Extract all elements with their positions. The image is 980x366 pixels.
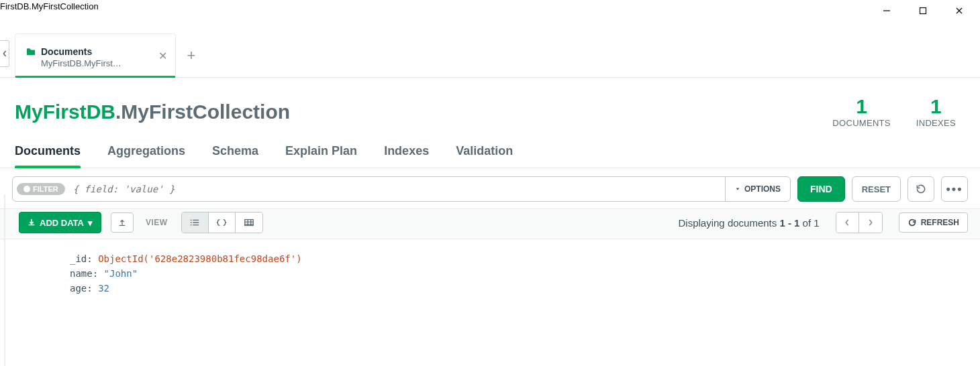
page-next-button[interactable] xyxy=(859,212,882,233)
svg-rect-0 xyxy=(920,8,926,14)
filter-input[interactable] xyxy=(65,184,725,194)
page-prev-button[interactable] xyxy=(836,212,859,233)
find-button[interactable]: FIND xyxy=(797,176,845,202)
doc-field-name: name: "John" xyxy=(70,266,953,281)
add-tab-button[interactable]: + xyxy=(176,34,207,77)
view-label: VIEW xyxy=(146,218,168,227)
options-button[interactable]: OPTIONS xyxy=(725,177,790,201)
download-icon xyxy=(28,219,36,227)
document-view: _id: ObjectId('628e2823980b81fec98dae6f'… xyxy=(0,239,980,322)
documents-stat: 1 DOCUMENTS xyxy=(832,95,890,128)
close-tab-button[interactable]: ✕ xyxy=(158,50,167,62)
folder-icon xyxy=(26,48,36,56)
tab-subtitle: MyFirstDB.MyFirst… xyxy=(26,58,134,68)
subtab-explain-plan[interactable]: Explain Plan xyxy=(285,144,357,168)
doc-field-age: age: 32 xyxy=(70,281,953,296)
reset-button[interactable]: RESET xyxy=(852,176,901,202)
subtab-schema[interactable]: Schema xyxy=(212,144,258,168)
doc-field-_id: _id: ObjectId('628e2823980b81fec98dae6f'… xyxy=(70,251,953,266)
document-count: Displaying documents 1 - 1 of 1 xyxy=(679,217,820,229)
add-data-button[interactable]: ADD DATA ▾ xyxy=(19,212,101,233)
collection-title: MyFirstDB.MyFirstCollection xyxy=(15,101,290,123)
view-json-button[interactable] xyxy=(209,212,236,233)
window-maximize-button[interactable] xyxy=(914,4,932,17)
export-button[interactable] xyxy=(111,212,134,233)
tab-title: Documents xyxy=(41,46,92,57)
view-list-button[interactable] xyxy=(182,212,209,233)
subtab-aggregations[interactable]: Aggregations xyxy=(107,144,185,168)
refresh-button[interactable]: REFRESH xyxy=(899,212,968,233)
filter-chip: FILTER xyxy=(17,183,65,195)
subtab-documents[interactable]: Documents xyxy=(15,144,81,168)
window-close-button[interactable] xyxy=(950,4,968,17)
indexes-stat: 1 INDEXES xyxy=(916,95,956,128)
window-title: FirstDB.MyFirstCollection xyxy=(0,1,99,11)
view-table-button[interactable] xyxy=(236,212,262,233)
sidebar-expand-button[interactable] xyxy=(0,40,9,67)
history-button[interactable] xyxy=(908,176,934,202)
subtab-validation[interactable]: Validation xyxy=(456,144,513,168)
more-options-button[interactable]: ••• xyxy=(941,176,968,202)
window-minimize-button[interactable] xyxy=(878,4,895,17)
subtab-indexes[interactable]: Indexes xyxy=(384,144,429,168)
caret-down-icon: ▾ xyxy=(88,218,93,228)
collection-tab[interactable]: Documents MyFirstDB.MyFirst… ✕ xyxy=(15,34,176,77)
